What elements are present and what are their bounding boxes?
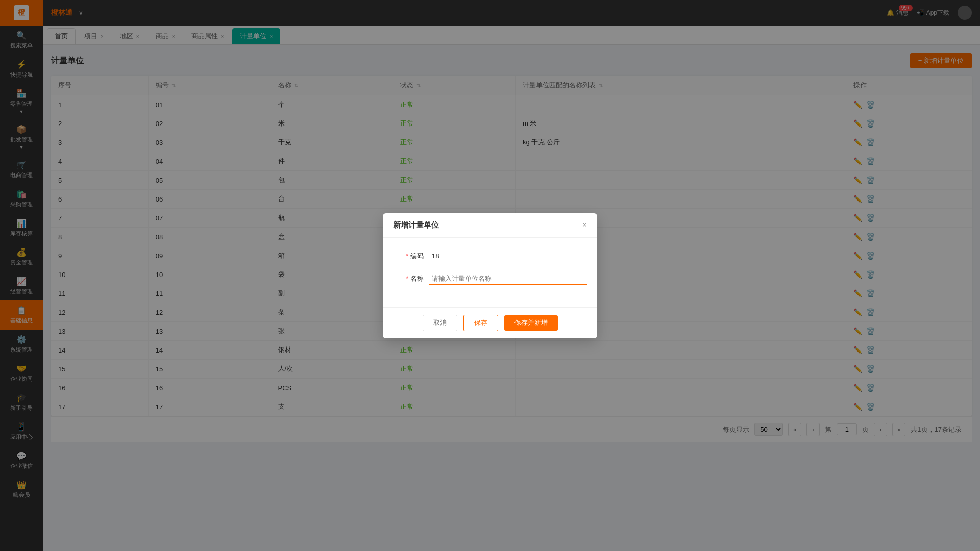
dialog-title: 新增计量单位 (393, 220, 439, 230)
save-button[interactable]: 保存 (463, 315, 498, 331)
form-row-code: 编码 (393, 250, 587, 262)
form-row-name: 名称 (393, 272, 587, 285)
dialog-body: 编码 名称 (383, 238, 597, 307)
save-and-new-button[interactable]: 保存并新增 (504, 315, 558, 331)
cancel-button[interactable]: 取消 (423, 315, 457, 331)
dialog-header: 新增计量单位 × (383, 213, 597, 238)
code-input[interactable] (429, 250, 587, 262)
code-label: 编码 (393, 252, 424, 261)
dialog-footer: 取消 保存 保存并新增 (383, 307, 597, 338)
modal-overlay[interactable]: 新增计量单位 × 编码 名称 取消 保存 保存并新增 (0, 0, 980, 551)
name-label: 名称 (393, 274, 424, 283)
dialog-close-button[interactable]: × (582, 220, 587, 230)
add-unit-dialog: 新增计量单位 × 编码 名称 取消 保存 保存并新增 (383, 213, 597, 338)
name-input[interactable] (429, 272, 587, 285)
